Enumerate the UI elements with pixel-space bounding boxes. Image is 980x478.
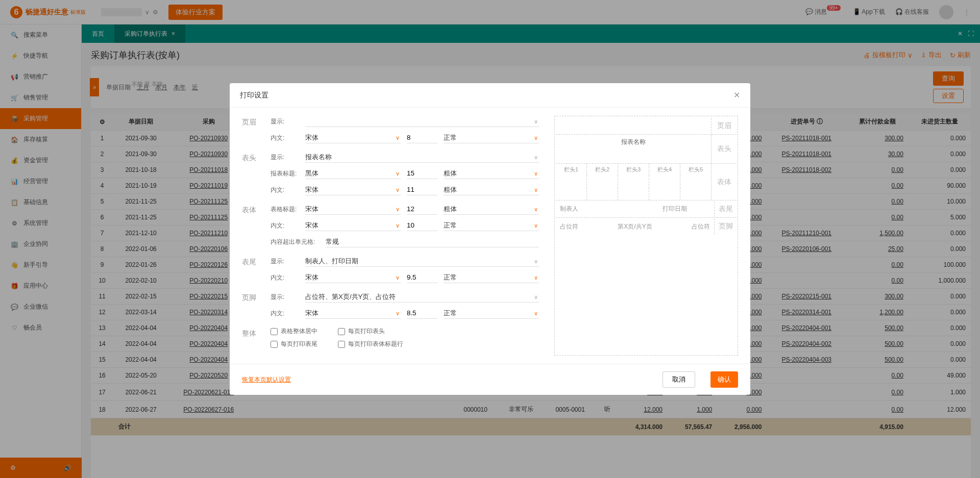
thead-show-select[interactable]: [305, 152, 539, 163]
tbody-text-weight-select[interactable]: [444, 220, 539, 231]
footer-weight-select[interactable]: [444, 308, 539, 319]
modal-header: 打印设置 ✕: [230, 83, 750, 108]
tbody-text-font-select[interactable]: [305, 220, 401, 231]
thead-title-size-input[interactable]: [407, 168, 437, 179]
check-print-head[interactable]: 每页打印表头: [338, 327, 385, 336]
footer-size-input[interactable]: [407, 308, 437, 319]
thead-text-font-select[interactable]: [305, 184, 401, 195]
tfoot-size-input[interactable]: [407, 272, 437, 283]
modal-title: 打印设置: [240, 91, 268, 100]
tbody-text-size-input[interactable]: [407, 220, 437, 231]
header-size-input[interactable]: [407, 132, 437, 143]
check-print-title-row[interactable]: 每页打印表体标题行: [338, 340, 403, 348]
section-footer-label: 页脚: [242, 291, 262, 324]
cancel-button[interactable]: 取消: [663, 371, 695, 388]
thead-title-weight-select[interactable]: [444, 168, 539, 179]
tfoot-show-select[interactable]: [305, 256, 539, 267]
header-weight-select[interactable]: [444, 132, 539, 143]
tbody-title-weight-select[interactable]: [444, 204, 539, 215]
section-header-label: 页眉: [242, 116, 262, 148]
section-tfoot-label: 表尾: [242, 256, 262, 288]
tbody-title-font-select[interactable]: [305, 204, 401, 215]
reset-defaults-link[interactable]: 恢复本页默认设置: [242, 375, 291, 384]
print-preview: 页眉 报表名称 表头 栏头1 栏头2: [554, 116, 738, 356]
confirm-button[interactable]: 确认: [710, 371, 738, 388]
footer-show-select[interactable]: [305, 291, 539, 303]
header-font-select[interactable]: [305, 132, 401, 143]
thead-title-font-select[interactable]: [305, 168, 401, 179]
section-tbody-label: 表体: [242, 204, 262, 253]
tfoot-weight-select[interactable]: [444, 272, 539, 283]
thead-text-size-input[interactable]: [407, 184, 437, 195]
tfoot-font-select[interactable]: [305, 272, 401, 283]
print-settings-modal: 打印设置 ✕ 页眉 显示: ∨ 内文:: [230, 83, 750, 395]
section-overall-label: 整体: [242, 327, 262, 353]
section-thead-label: 表头: [242, 152, 262, 200]
overflow-select[interactable]: [326, 236, 539, 247]
check-print-foot[interactable]: 每页打印表尾: [271, 340, 317, 348]
thead-text-weight-select[interactable]: [444, 184, 539, 195]
modal-footer: 恢复本页默认设置 取消 确认: [230, 364, 750, 395]
modal-form: 页眉 显示: ∨ 内文: ∨ ∨: [242, 116, 539, 356]
header-show-select[interactable]: [305, 116, 539, 127]
tbody-title-size-input[interactable]: [407, 204, 437, 215]
modal-mask[interactable]: 打印设置 ✕ 页眉 显示: ∨ 内文:: [0, 0, 980, 478]
close-icon[interactable]: ✕: [733, 90, 740, 100]
check-center[interactable]: 表格整体居中: [271, 327, 317, 336]
footer-font-select[interactable]: [305, 308, 401, 319]
